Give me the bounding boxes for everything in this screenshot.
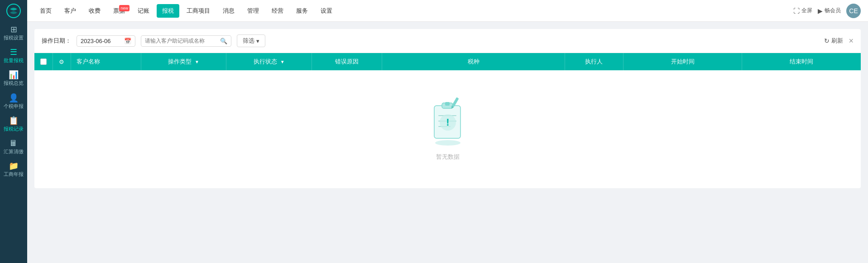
select-all-checkbox[interactable] (40, 58, 47, 65)
th-executor: 执行人 (565, 53, 623, 70)
topnav-right: ⛶ 全屏 ▶ 畅会员 CE (793, 4, 861, 18)
sidebar-logo (0, 0, 27, 22)
sidebar-item-label: 报税设置 (4, 35, 24, 41)
topnav-item-customer[interactable]: 客户 (59, 4, 82, 18)
topnav-items: 首页 客户 收费 票据 new 记账 报税 工商项目 消息 管理 经营 服务 设… (34, 4, 793, 18)
geshui-shenbao-icon: 👤 (9, 94, 19, 102)
svg-rect-4 (445, 102, 450, 106)
filter-label: 筛选 (243, 37, 254, 45)
topnav-item-guanli[interactable]: 管理 (242, 4, 264, 18)
svg-text:!: ! (446, 117, 449, 128)
gongshang-nianbao-icon: 📁 (9, 162, 19, 170)
topnav-item-shezhi[interactable]: 设置 (315, 4, 338, 18)
operation-type-filter-icon[interactable]: ▼ (195, 59, 199, 64)
sidebar-item-piliang-baoshui[interactable]: ☰ 批量报税 (0, 44, 27, 67)
search-icon[interactable]: 🔍 (220, 38, 227, 44)
date-picker[interactable]: 📅 (77, 35, 135, 47)
svg-point-0 (7, 4, 20, 18)
toolbar: 操作日期： 📅 🔍 筛选 ▾ ↻ 刷新 × (34, 29, 861, 53)
data-table: ⚙ 客户名称 操作类型 ▼ 执行状态 ▼ (34, 53, 861, 188)
topnav-item-home[interactable]: 首页 (34, 4, 57, 18)
th-checkbox (34, 53, 53, 70)
topnav-item-fuwu[interactable]: 服务 (291, 4, 313, 18)
sidebar-item-label: 报税总览 (4, 80, 24, 86)
sidebar-item-baoshui-zonglang[interactable]: 📊 报税总览 (0, 67, 27, 90)
sidebar-item-label: 报税记录 (4, 126, 24, 132)
empty-state-row: ! 暂无数据 (34, 70, 861, 188)
empty-state: ! 暂无数据 (34, 70, 861, 188)
topnav-item-shoufei[interactable]: 收费 (83, 4, 106, 18)
sidebar-item-baoshui-shezhi[interactable]: ⊞ 报税设置 (0, 22, 27, 44)
new-badge: new (119, 5, 129, 11)
calendar-icon: 📅 (124, 38, 131, 44)
refresh-button[interactable]: ↻ 刷新 (824, 37, 843, 45)
fullscreen-button[interactable]: ⛶ 全屏 (793, 7, 812, 15)
sidebar-item-label: 个税申报 (4, 103, 24, 109)
baoshui-jilu-icon: 📋 (9, 117, 19, 125)
baoshui-shezhi-icon: ⊞ (10, 25, 17, 34)
table-body: ! 暂无数据 (34, 70, 861, 188)
topnav: 首页 客户 收费 票据 new 记账 报税 工商项目 消息 管理 经营 服务 设… (27, 0, 868, 22)
refresh-label: 刷新 (831, 37, 843, 45)
content: 操作日期： 📅 🔍 筛选 ▾ ↻ 刷新 × (27, 22, 868, 263)
table-header-row: ⚙ 客户名称 操作类型 ▼ 执行状态 ▼ (34, 53, 861, 70)
sidebar-item-huisuan-jiaona[interactable]: 🖩 汇算清缴 (0, 136, 27, 158)
sidebar-item-geshui-shenbao[interactable]: 👤 个税申报 (0, 90, 27, 113)
avatar[interactable]: CE (846, 4, 861, 18)
close-button[interactable]: × (849, 37, 854, 45)
topnav-item-xiaoxi[interactable]: 消息 (217, 4, 240, 18)
empty-illustration: ! (425, 97, 470, 147)
topnav-item-jingying[interactable]: 经营 (266, 4, 289, 18)
date-input[interactable] (81, 38, 121, 44)
sidebar-item-gongshang-nianbao[interactable]: 📁 工商年报 (0, 158, 27, 181)
th-customer-name: 客户名称 (71, 53, 141, 70)
search-wrap: 🔍 (141, 35, 231, 47)
fullscreen-icon: ⛶ (793, 7, 800, 15)
member-button[interactable]: ▶ 畅会员 (818, 7, 841, 15)
topnav-item-jizhang[interactable]: 记账 (132, 4, 155, 18)
svg-point-1 (435, 140, 460, 146)
baoshui-zonglang-icon: 📊 (9, 71, 19, 79)
date-label: 操作日期： (42, 37, 71, 45)
search-input[interactable] (145, 38, 217, 44)
member-icon: ▶ (818, 7, 823, 15)
th-operation-type: 操作类型 ▼ (141, 53, 226, 70)
th-settings: ⚙ (53, 53, 71, 70)
table-card: 操作日期： 📅 🔍 筛选 ▾ ↻ 刷新 × (34, 29, 861, 188)
th-exec-status: 执行状态 ▼ (226, 53, 312, 70)
sidebar-item-label: 批量报税 (4, 58, 24, 63)
settings-icon[interactable]: ⚙ (59, 58, 64, 65)
sidebar: ⊞ 报税设置 ☰ 批量报税 📊 报税总览 👤 个税申报 📋 报税记录 🖩 汇算清… (0, 0, 27, 263)
th-error-reason: 错误原因 (312, 53, 382, 70)
topnav-item-baoshui[interactable]: 报税 (157, 4, 179, 18)
topnav-item-piaoju[interactable]: 票据 new (108, 4, 130, 18)
piliang-baoshui-icon: ☰ (10, 48, 17, 56)
huisuan-jiaona-icon: 🖩 (10, 139, 18, 147)
main-area: 首页 客户 收费 票据 new 记账 报税 工商项目 消息 管理 经营 服务 设… (27, 0, 868, 263)
th-start-time: 开始时间 (623, 53, 742, 70)
chevron-down-icon: ▾ (256, 38, 259, 44)
empty-text: 暂无数据 (436, 153, 460, 161)
sidebar-item-baoshui-jilu[interactable]: 📋 报税记录 (0, 113, 27, 136)
topnav-item-gongshang-xiangmu[interactable]: 工商项目 (181, 4, 216, 18)
filter-button[interactable]: 筛选 ▾ (237, 34, 265, 47)
sidebar-item-label: 工商年报 (4, 171, 24, 177)
th-end-time: 结束时间 (742, 53, 861, 70)
refresh-icon: ↻ (824, 37, 830, 44)
sidebar-item-label: 汇算清缴 (4, 149, 24, 155)
fullscreen-label: 全屏 (801, 7, 812, 15)
th-tax-type: 税种 (382, 53, 565, 70)
exec-status-filter-icon[interactable]: ▼ (280, 59, 285, 64)
member-label: 畅会员 (825, 7, 841, 15)
empty-state-cell: ! 暂无数据 (34, 70, 861, 188)
